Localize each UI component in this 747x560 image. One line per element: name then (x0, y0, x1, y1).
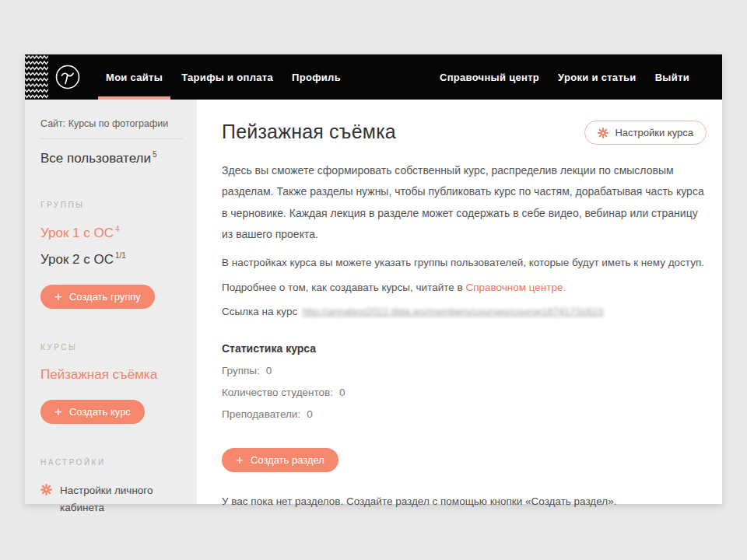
all-users-label: Все пользователи (40, 151, 151, 166)
gear-icon (598, 128, 608, 138)
sidebar: Сайт: Курсы по фотографии Все пользовате… (25, 100, 197, 504)
group-1-count-badge: 4 (115, 225, 120, 233)
plus-icon: + (236, 453, 244, 467)
stat-groups-label: Группы: (222, 365, 260, 376)
nav-my-sites[interactable]: Мои сайты (96, 54, 172, 100)
nav-logout[interactable]: Выйти (646, 54, 699, 100)
courses-section-heading: КУРСЫ (40, 343, 183, 352)
stat-row-students: Количество студентов:0 (222, 387, 707, 398)
create-section-label: Создать раздел (251, 454, 324, 466)
nav-lessons-articles[interactable]: Уроки и статьи (549, 54, 646, 100)
stat-students-label: Количество студентов: (222, 387, 333, 398)
stat-students-value: 0 (339, 387, 345, 398)
course-intro-text: Здесь вы сможете сформировать собственны… (222, 160, 707, 245)
group-2-count-badge: 1/1 (115, 251, 126, 260)
sidebar-item-group-2[interactable]: Урок 2 с ОС1/1 (40, 251, 183, 268)
create-group-button[interactable]: + Создать группу (40, 285, 155, 309)
zigzag-pattern-decoration (25, 54, 48, 100)
create-group-label: Создать группу (69, 291, 141, 303)
nav-right-menu: Справочный центр Уроки и статьи Выйти (430, 54, 699, 100)
stat-row-groups: Группы:0 (222, 365, 707, 376)
access-note-text: В настройках курса вы можете указать гру… (222, 257, 707, 268)
personal-account-settings-label: Настройки личного кабинета (60, 482, 165, 517)
tilda-logo-icon[interactable] (54, 64, 81, 90)
course-link-url-blurred[interactable]: http://annatest2022.tilda.ws/members/cou… (302, 306, 603, 317)
personal-account-settings-link[interactable]: Настройки личного кабинета (40, 482, 165, 517)
stats-heading: Статистика курса (222, 342, 707, 355)
plus-icon: + (54, 290, 62, 303)
main-panel: Пейзажная съёмка Настройки курса Здесь в… (197, 100, 722, 504)
groups-section-heading: ГРУППЫ (40, 201, 183, 209)
gear-icon (40, 484, 52, 495)
sidebar-item-group-1[interactable]: Урок 1 с ОС4 (40, 225, 183, 241)
all-users-count-badge: 5 (153, 150, 157, 159)
empty-sections-note: У вас пока нет разделов. Создайте раздел… (222, 495, 707, 507)
group-2-label: Урок 2 с ОС (40, 252, 114, 267)
help-note-text: Подробнее о том, как создавать курсы, чи… (222, 282, 465, 293)
create-course-button[interactable]: + Создать курс (40, 400, 145, 424)
help-note: Подробнее о том, как создавать курсы, чи… (222, 282, 707, 293)
content-area: Сайт: Курсы по фотографии Все пользовате… (25, 100, 722, 504)
app-window: Мои сайты Тарифы и оплата Профиль Справо… (25, 54, 722, 504)
nav-help-center[interactable]: Справочный центр (430, 54, 549, 100)
nav-tariffs-payment[interactable]: Тарифы и оплата (172, 54, 282, 100)
course-link-label: Ссылка на курс (222, 306, 297, 317)
settings-section-heading: НАСТРОЙКИ (40, 458, 183, 467)
stat-teachers-label: Преподаватели: (222, 408, 300, 420)
help-center-link[interactable]: Справочном центре. (465, 282, 566, 293)
create-course-label: Создать курс (69, 406, 131, 418)
sidebar-item-all-users[interactable]: Все пользователи5 (40, 150, 183, 166)
stat-row-teachers: Преподаватели:0 (222, 408, 707, 420)
plus-icon: + (54, 405, 62, 418)
create-section-button[interactable]: + Создать раздел (222, 448, 338, 472)
course-settings-button[interactable]: Настройки курса (584, 121, 707, 145)
group-1-label: Урок 1 с ОС (40, 225, 114, 240)
stat-groups-value: 0 (266, 365, 272, 376)
nav-profile[interactable]: Профиль (282, 54, 350, 100)
sidebar-item-course-1[interactable]: Пейзажная съёмка (40, 367, 183, 383)
course-link-row: Ссылка на курсhttp://annatest2022.tilda.… (222, 306, 707, 317)
top-nav: Мои сайты Тарифы и оплата Профиль Справо… (25, 54, 722, 100)
stat-teachers-value: 0 (307, 408, 313, 420)
site-label: Сайт: Курсы по фотографии (40, 118, 183, 139)
nav-left-menu: Мои сайты Тарифы и оплата Профиль (96, 54, 350, 100)
course-settings-label: Настройки курса (615, 127, 693, 138)
